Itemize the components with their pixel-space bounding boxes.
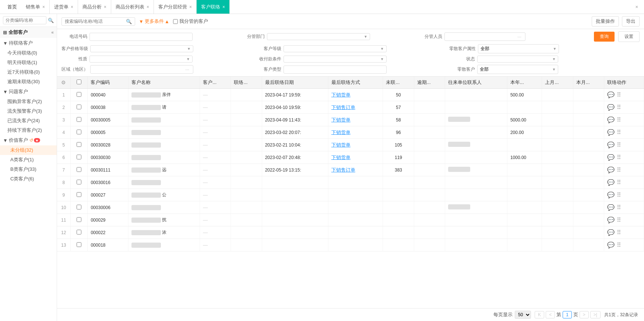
filter-my-customers-checkbox[interactable]: [173, 19, 178, 24]
nav-tab-product-analysis[interactable]: 商品分析 ×: [78, 0, 111, 14]
adv-retail-attr-select[interactable]: 全部 ▼: [478, 44, 559, 53]
sidebar-item-churned[interactable]: 已流失客户(24): [0, 116, 57, 126]
more-action-icon[interactable]: ⠿: [617, 116, 621, 123]
row-checkbox[interactable]: [70, 189, 88, 201]
nav-tab-product-list[interactable]: 商品分析列表 ×: [111, 0, 154, 14]
chat-icon[interactable]: 💬: [607, 166, 615, 173]
sidebar-search-icon[interactable]: 🔍: [48, 18, 54, 23]
adv-payment-select[interactable]: ▼: [284, 56, 387, 63]
sidebar-group-value[interactable]: ▼ 价值客户 ↺ ●: [0, 135, 57, 145]
row-checkbox[interactable]: [70, 114, 88, 126]
adv-phone-input[interactable]: [89, 33, 193, 41]
last-page-button[interactable]: >|: [590, 311, 601, 318]
chat-icon[interactable]: 💬: [607, 241, 615, 248]
adv-cust-level-select[interactable]: ▼: [284, 45, 387, 52]
more-action-icon[interactable]: ⠿: [617, 91, 621, 98]
adv-manager-dots[interactable]: ···: [517, 34, 521, 39]
sidebar-item-abnormal[interactable]: 囤购异常客户(2): [0, 97, 57, 106]
adv-dept-select[interactable]: ▼: [267, 33, 370, 40]
sidebar-item-a-class[interactable]: A类客户(1): [0, 155, 57, 165]
sidebar-group-pending[interactable]: ▼ 待联络客户: [0, 38, 57, 48]
more-action-icon[interactable]: ⠿: [617, 229, 621, 236]
prev-page-button[interactable]: <: [546, 311, 555, 318]
nav-close-all-button[interactable]: ×: [632, 4, 641, 10]
sidebar-item-no-group[interactable]: 未分组(32): [0, 145, 57, 155]
adv-manager-select[interactable]: ···: [444, 32, 525, 41]
query-button[interactable]: 查询: [594, 32, 615, 42]
sidebar-item-tomorrow[interactable]: 明天待联络(1): [0, 58, 57, 67]
nav-tab-customer-segment[interactable]: 客户分层经营 ×: [154, 0, 197, 14]
nav-tab-sales[interactable]: 销售单 ×: [21, 0, 50, 14]
sidebar-item-c-class[interactable]: C类客户(6): [0, 174, 57, 184]
chat-icon[interactable]: 💬: [607, 229, 615, 236]
row-checkbox[interactable]: [70, 101, 88, 114]
filter-more-button[interactable]: ▼ 更多条件 ▲: [139, 18, 169, 25]
reset-button[interactable]: 设置: [618, 31, 640, 42]
sidebar-item-7days[interactable]: 近7天待联络(0): [0, 67, 57, 77]
chat-icon[interactable]: 💬: [607, 216, 615, 223]
chat-icon[interactable]: 💬: [607, 179, 615, 186]
nav-tab-close[interactable]: ×: [147, 4, 149, 10]
next-page-button[interactable]: >: [580, 311, 589, 318]
chat-icon[interactable]: 💬: [607, 91, 615, 98]
nav-tab-close[interactable]: ×: [222, 4, 225, 10]
more-action-icon[interactable]: ⠿: [617, 104, 621, 111]
sidebar-item-overdue[interactable]: 逾期未联络(30): [0, 77, 57, 87]
select-all-checkbox[interactable]: [77, 80, 81, 84]
adv-status-select[interactable]: ▼: [477, 56, 558, 63]
adv-price-level-select[interactable]: ▼: [90, 45, 193, 52]
chat-icon[interactable]: 💬: [607, 104, 615, 111]
row-checkbox[interactable]: [70, 164, 88, 176]
sidebar-item-today[interactable]: 今天待联络(0): [0, 48, 57, 58]
nav-tab-close[interactable]: ×: [189, 4, 192, 10]
more-action-icon[interactable]: ⠿: [617, 204, 621, 211]
more-action-icon[interactable]: ⠿: [617, 154, 621, 161]
chat-icon[interactable]: 💬: [607, 129, 615, 136]
settings-icon[interactable]: ⚙: [61, 80, 66, 85]
chat-icon[interactable]: 💬: [607, 154, 615, 161]
th-settings[interactable]: ⚙: [57, 77, 70, 89]
first-page-button[interactable]: K: [535, 311, 544, 318]
export-button[interactable]: 导出: [622, 16, 640, 27]
more-action-icon[interactable]: ⠿: [617, 216, 621, 223]
nav-home[interactable]: 首页: [3, 4, 21, 10]
chat-icon[interactable]: 💬: [607, 141, 615, 148]
filter-search-icon[interactable]: 🔍: [126, 19, 132, 24]
more-action-icon[interactable]: ⠿: [617, 179, 621, 186]
sidebar-group-problem[interactable]: ▼ 问题客户: [0, 87, 57, 97]
more-action-icon[interactable]: ⠿: [617, 191, 621, 198]
more-action-icon[interactable]: ⠿: [617, 129, 621, 136]
batch-ops-button[interactable]: 批量操作: [592, 16, 619, 27]
sidebar-all-customers[interactable]: ⊞ 全部客户 «: [0, 27, 57, 38]
row-checkbox[interactable]: [70, 126, 88, 139]
chat-icon[interactable]: 💬: [607, 191, 615, 198]
row-checkbox[interactable]: [70, 151, 88, 164]
nav-tab-close[interactable]: ×: [71, 4, 73, 10]
per-page-select[interactable]: 50: [515, 311, 531, 319]
sidebar-item-churn-warning[interactable]: 流失预警客户(3): [0, 106, 57, 116]
refresh-icon[interactable]: ↺: [29, 138, 33, 143]
nav-tab-close[interactable]: ×: [42, 4, 45, 10]
row-checkbox[interactable]: [70, 176, 88, 189]
chat-icon[interactable]: 💬: [607, 116, 615, 123]
row-checkbox[interactable]: [70, 89, 88, 101]
sidebar-item-b-class[interactable]: B类客户(33): [0, 165, 57, 174]
more-action-icon[interactable]: ⠿: [617, 141, 621, 148]
row-checkbox[interactable]: [70, 239, 88, 251]
adv-region-select[interactable]: ···: [90, 65, 193, 74]
chat-icon[interactable]: 💬: [607, 204, 615, 211]
nav-tab-close[interactable]: ×: [104, 4, 106, 10]
adv-nature-select[interactable]: ▼: [89, 56, 193, 63]
nav-tab-customer-contact[interactable]: 客户联络 ×: [197, 0, 230, 14]
filter-search-input[interactable]: [65, 19, 124, 24]
row-checkbox[interactable]: [70, 139, 88, 151]
sidebar-search-input[interactable]: [3, 16, 46, 24]
adv-retail-select[interactable]: 全部 ▼: [477, 65, 558, 74]
adv-region-dots[interactable]: ···: [185, 67, 189, 72]
row-checkbox[interactable]: [70, 214, 88, 226]
row-checkbox[interactable]: [70, 226, 88, 239]
sidebar-item-declining[interactable]: 持续下滑客户(2): [0, 126, 57, 135]
adv-cust-type-input[interactable]: [284, 66, 387, 74]
more-action-icon[interactable]: ⠿: [617, 241, 621, 248]
row-checkbox[interactable]: [70, 201, 88, 214]
